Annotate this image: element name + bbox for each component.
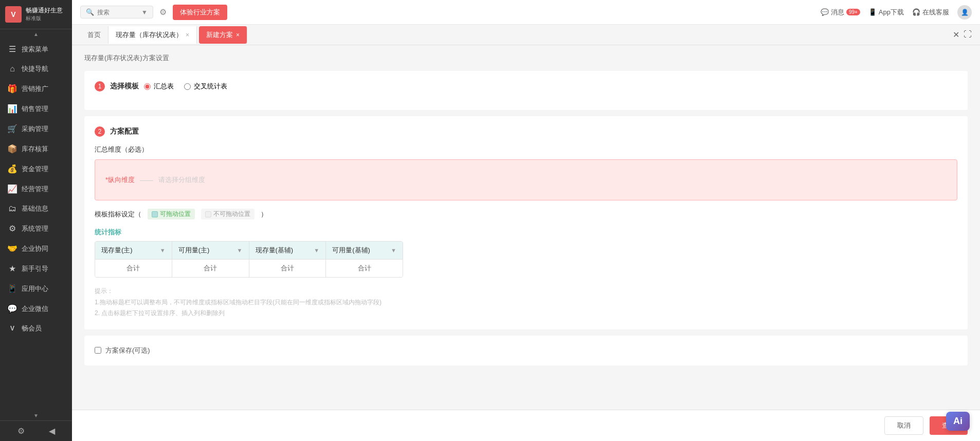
sidebar-item-label-system: 系统管理 <box>22 224 48 233</box>
sidebar: V 畅赚通好生意 标准版 ▲ ☰ 搜索菜单 ⌂ 快捷导航 🎁 营销推广 📊 销售… <box>0 0 72 441</box>
industry-plan-button[interactable]: 体验行业方案 <box>173 5 227 20</box>
headset-icon: 🎧 <box>912 8 920 16</box>
content-area: 现存量(库存状况表)方案设置 1 选择模板 汇总表 交叉统计表 <box>72 45 980 410</box>
sidebar-item-label-purchase: 采购管理 <box>22 124 48 134</box>
sidebar-scroll-down[interactable]: ▼ <box>0 411 72 420</box>
cancel-button[interactable]: 取消 <box>884 416 923 435</box>
col-current-main-chevron[interactable]: ▼ <box>160 247 166 253</box>
tab-inventory-status[interactable]: 现存量（库存状况表） × <box>108 26 197 44</box>
radio-summary[interactable]: 汇总表 <box>144 82 174 91</box>
tab-close-button[interactable]: ✕ <box>953 30 959 40</box>
search-input[interactable] <box>97 9 138 16</box>
stats-table-data-row: 合计 合计 合计 合计 <box>95 259 403 277</box>
sidebar-item-search-menu[interactable]: ☰ 搜索菜单 <box>0 39 72 59</box>
draggable-label: 可拖动位置 <box>160 210 191 218</box>
template-settings-row: 模板指标设定（ 可拖动位置 不可拖动位置 ） <box>95 209 957 219</box>
sidebar-item-cooperation[interactable]: 🤝 企业协同 <box>0 238 72 259</box>
operations-icon: 📈 <box>7 184 17 194</box>
cell-current-main-sub: 合计 <box>95 259 172 277</box>
settings-icon[interactable]: ⚙ <box>17 426 25 436</box>
radio-cross[interactable]: 交叉统计表 <box>184 82 227 91</box>
step2-badge: 2 <box>95 126 105 137</box>
sidebar-bottom: ⚙ ◀ <box>0 420 72 441</box>
step1-badge: 1 <box>95 81 105 91</box>
sidebar-scroll-up[interactable]: ▲ <box>0 29 72 39</box>
tabbar-actions: ✕ ⛶ <box>953 30 972 40</box>
quick-nav-icon: ⌂ <box>7 64 17 74</box>
sidebar-item-wechat[interactable]: 💬 企业微信 <box>0 299 72 319</box>
tab-home-label: 首页 <box>87 30 101 40</box>
sidebar-item-label-new-guide: 新手引导 <box>22 264 48 273</box>
marketing-icon: 🎁 <box>7 84 17 94</box>
sidebar-item-sales[interactable]: 📊 销售管理 <box>0 99 72 119</box>
tab-new-plan-close-icon[interactable]: × <box>236 31 240 39</box>
sidebar-item-basic-info[interactable]: 🗂 基础信息 <box>0 199 72 218</box>
logo-text-block: 畅赚通好生意 标准版 <box>26 7 63 22</box>
col-available-main[interactable]: 可用量(主) ▼ <box>172 242 249 259</box>
radio-cross-input[interactable] <box>184 83 191 90</box>
user-avatar[interactable]: 👤 <box>957 5 972 20</box>
radio-summary-label: 汇总表 <box>154 82 174 91</box>
topbar: 🔍 ▼ ⚙ 体验行业方案 💬 消息 99+ 📱 App下载 🎧 在线客服 👤 <box>72 0 980 25</box>
tab-inventory-status-label: 现存量（库存状况表） <box>116 30 183 40</box>
volume-icon[interactable]: ◀ <box>49 426 55 436</box>
basic-info-icon: 🗂 <box>7 204 17 213</box>
message-button[interactable]: 💬 消息 99+ <box>821 8 860 17</box>
dimension-selection-area[interactable]: *纵向维度 —— 请选择分组维度 <box>95 159 957 200</box>
step1-header: 1 选择模板 汇总表 交叉统计表 <box>95 81 957 91</box>
online-service-button[interactable]: 🎧 在线客服 <box>912 8 949 17</box>
summary-dim-label: 汇总维度（必选） <box>95 145 957 154</box>
sidebar-item-inventory[interactable]: 📦 库存核算 <box>0 139 72 159</box>
save-option-label[interactable]: 方案保存(可选) <box>95 346 957 355</box>
template-settings-prefix: 模板指标设定（ <box>95 210 141 219</box>
topbar-right: 💬 消息 99+ 📱 App下载 🎧 在线客服 👤 <box>821 5 972 20</box>
col-current-aux[interactable]: 现存量(基辅) ▼ <box>249 242 326 259</box>
tab-expand-icon[interactable]: ⛶ <box>964 30 972 40</box>
tab-home[interactable]: 首页 <box>80 26 108 44</box>
tab-inventory-close-icon[interactable]: × <box>186 31 189 39</box>
template-radio-group: 汇总表 交叉统计表 <box>144 82 227 91</box>
sidebar-item-new-guide[interactable]: ★ 新手引导 <box>0 259 72 279</box>
sidebar-item-vip[interactable]: V 畅会员 <box>0 319 72 338</box>
tabbar: 首页 现存量（库存状况表） × 新建方案 × ✕ ⛶ <box>72 25 980 45</box>
col-available-aux-label: 可用量(基辅) <box>332 246 370 255</box>
new-guide-icon: ★ <box>7 264 17 273</box>
step2-header: 2 方案配置 <box>95 126 957 137</box>
col-current-aux-chevron[interactable]: ▼ <box>314 247 319 253</box>
message-icon: 💬 <box>821 8 829 16</box>
sidebar-item-label-inventory: 库存核算 <box>22 144 48 154</box>
sidebar-item-marketing[interactable]: 🎁 营销推广 <box>0 79 72 99</box>
app-download-button[interactable]: 📱 App下载 <box>868 8 904 17</box>
sidebar-item-purchase[interactable]: 🛒 采购管理 <box>0 119 72 139</box>
footer: 取消 查询 <box>72 410 980 441</box>
col-available-aux[interactable]: 可用量(基辅) ▼ <box>326 242 403 259</box>
non-draggable-label: 不可拖动位置 <box>213 210 250 218</box>
sidebar-item-label-search-menu: 搜索菜单 <box>22 45 48 54</box>
radio-summary-input[interactable] <box>144 83 151 90</box>
save-option-section: 方案保存(可选) <box>84 336 968 365</box>
col-current-main-label: 现存量(主) <box>101 246 133 255</box>
sidebar-item-label-quick-nav: 快捷导航 <box>22 64 48 74</box>
sidebar-item-finance[interactable]: 💰 资金管理 <box>0 159 72 179</box>
stats-table: 现存量(主) ▼ 可用量(主) ▼ 现存量(基辅) ▼ 可用量(基辅) ▼ <box>95 241 403 278</box>
cell-available-aux-sub: 合计 <box>326 259 403 277</box>
sidebar-item-system[interactable]: ⚙ 系统管理 <box>0 218 72 238</box>
col-available-aux-chevron[interactable]: ▼ <box>391 247 396 253</box>
col-available-main-chevron[interactable]: ▼ <box>237 247 243 253</box>
sidebar-item-app-center[interactable]: 📱 应用中心 <box>0 279 72 299</box>
sidebar-item-label-marketing: 营销推广 <box>22 84 48 94</box>
save-option-text: 方案保存(可选) <box>105 346 150 355</box>
save-option-checkbox[interactable] <box>95 347 101 354</box>
search-dropdown-icon[interactable]: ▼ <box>141 9 148 16</box>
tab-new-plan[interactable]: 新建方案 × <box>199 26 247 44</box>
dim-separator: —— <box>140 176 153 184</box>
sidebar-item-quick-nav[interactable]: ⌂ 快捷导航 <box>0 59 72 79</box>
vertical-dim-label: *纵向维度 <box>105 175 135 185</box>
sidebar-item-operations[interactable]: 📈 经营管理 <box>0 179 72 199</box>
col-current-main[interactable]: 现存量(主) ▼ <box>95 242 172 259</box>
tab-new-plan-label: 新建方案 <box>206 30 233 40</box>
logo-app-name: 畅赚通好生意 <box>26 7 63 15</box>
topbar-gear-icon[interactable]: ⚙ <box>159 7 167 17</box>
ai-badge[interactable]: Ai <box>946 412 970 431</box>
search-box[interactable]: 🔍 ▼ <box>80 6 153 19</box>
